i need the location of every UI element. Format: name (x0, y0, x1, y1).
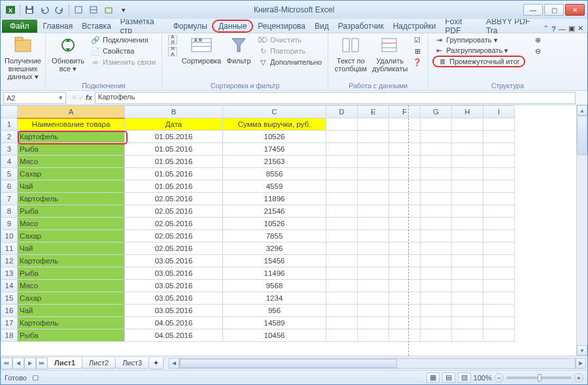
cell[interactable]: 21563 (223, 156, 326, 168)
cell[interactable] (389, 305, 421, 317)
sheet-nav-first-icon[interactable]: ⏮ (1, 358, 12, 369)
row-hdr[interactable]: 14 (1, 280, 18, 292)
row-hdr[interactable]: 13 (1, 267, 18, 280)
filter-button[interactable]: Фильтр (224, 35, 254, 65)
cell[interactable] (358, 292, 389, 305)
cell[interactable] (389, 317, 421, 329)
cell[interactable]: 4559 (223, 180, 326, 193)
col-hdr-E[interactable]: E (358, 106, 389, 118)
cell[interactable] (389, 255, 421, 267)
cell[interactable] (483, 230, 515, 243)
advanced-filter-button[interactable]: ▽Дополнительно (256, 57, 324, 67)
vertical-scrollbar[interactable]: ▲ ▼ (576, 105, 587, 356)
new-sheet-button[interactable]: ✦ (148, 358, 164, 369)
row-hdr[interactable]: 6 (1, 180, 18, 193)
cell[interactable]: 10526 (223, 131, 326, 143)
cell[interactable] (389, 168, 421, 180)
name-box[interactable]: A2▾ (3, 92, 66, 104)
cell[interactable] (358, 243, 389, 255)
cell[interactable]: 8556 (223, 168, 326, 180)
cell[interactable] (483, 255, 515, 267)
doc-restore-icon[interactable]: ▣ (568, 24, 575, 33)
cell[interactable] (452, 280, 483, 292)
macro-record-icon[interactable]: ▢ (32, 373, 39, 382)
scroll-up-icon[interactable]: ▲ (577, 105, 587, 116)
sheet-nav-prev-icon[interactable]: ◀ (12, 358, 24, 369)
sheet-tab[interactable]: Лист1 (47, 358, 82, 369)
undo-icon[interactable] (37, 3, 52, 17)
cell[interactable]: Чай (18, 243, 125, 255)
cell[interactable]: Мясо (18, 280, 125, 292)
cell[interactable] (389, 280, 421, 292)
cell[interactable]: 02.05.2016 (125, 193, 223, 205)
select-all-corner[interactable] (1, 106, 18, 118)
cell[interactable] (358, 168, 389, 180)
cell[interactable] (389, 156, 421, 168)
scroll-left-icon[interactable]: ◀ (169, 358, 179, 369)
edit-links-button[interactable]: ∞Изменить связи (89, 57, 158, 67)
cell[interactable] (452, 180, 483, 193)
cell[interactable] (389, 205, 421, 218)
row-hdr[interactable]: 15 (1, 292, 18, 305)
cell[interactable]: 01.05.2016 (125, 180, 223, 193)
scroll-down-icon[interactable]: ▼ (577, 345, 587, 356)
cell[interactable] (452, 168, 483, 180)
cell[interactable] (421, 180, 452, 193)
row-hdr[interactable]: 17 (1, 317, 18, 329)
cell[interactable] (452, 255, 483, 267)
cell[interactable] (326, 280, 358, 292)
cell[interactable] (358, 205, 389, 218)
properties-button[interactable]: 📄Свойства (89, 46, 158, 56)
tab-view[interactable]: Вид (310, 20, 334, 33)
row-hdr[interactable]: 3 (1, 143, 18, 156)
whatif-button[interactable]: ❓ (411, 57, 424, 67)
cell[interactable] (452, 156, 483, 168)
cell[interactable]: Сахар (18, 292, 125, 305)
sort-za-button[interactable]: ЯА (166, 46, 179, 57)
doc-close-icon[interactable]: ✕ (578, 24, 583, 33)
group-button[interactable]: ⇥Группировать ▾ (432, 35, 525, 45)
cell[interactable]: 17456 (223, 143, 326, 156)
tab-file[interactable]: Файл (2, 20, 37, 33)
cell[interactable]: Картофель (18, 193, 125, 205)
cell[interactable]: 14589 (223, 317, 326, 329)
view-normal-icon[interactable]: ▦ (426, 373, 440, 383)
help-icon[interactable]: ? (551, 25, 556, 33)
cell[interactable] (389, 230, 421, 243)
reapply-button[interactable]: ↻Повторить (256, 46, 324, 56)
tab-developer[interactable]: Разработчик (334, 20, 389, 33)
cell[interactable] (452, 305, 483, 317)
cell[interactable] (421, 156, 452, 168)
cell[interactable] (326, 267, 358, 280)
sort-button[interactable]: А Я Сортировка (182, 35, 221, 65)
clear-filter-button[interactable]: ⌦Очистить (256, 35, 324, 45)
horizontal-scrollbar[interactable]: ◀ ▶ (169, 358, 586, 369)
cell[interactable] (421, 280, 452, 292)
tab-addins[interactable]: Надстройки (389, 20, 441, 33)
cell[interactable]: Рыба (18, 267, 125, 280)
excel-icon[interactable]: X (3, 3, 18, 17)
col-hdr-B[interactable]: B (125, 106, 223, 118)
col-hdr-C[interactable]: C (223, 106, 326, 118)
cell[interactable]: 21546 (223, 205, 326, 218)
cell[interactable]: Картофель (18, 255, 125, 267)
cell[interactable] (358, 193, 389, 205)
cell[interactable]: 03.05.2016 (125, 267, 223, 280)
tab-data[interactable]: Данные (212, 20, 253, 33)
cell[interactable]: 02.05.2016 (125, 205, 223, 218)
cell[interactable] (452, 292, 483, 305)
cancel-formula-icon[interactable]: ✕ (71, 93, 77, 102)
cell[interactable]: Мясо (18, 218, 125, 230)
cell[interactable] (326, 292, 358, 305)
cell[interactable]: Рыба (18, 329, 125, 342)
cell[interactable] (483, 267, 515, 280)
cell[interactable] (358, 305, 389, 317)
cell[interactable] (326, 230, 358, 243)
minimize-button[interactable]: — (523, 4, 543, 16)
redo-icon[interactable] (52, 3, 67, 17)
cell[interactable]: 02.05.2016 (125, 243, 223, 255)
ribbon-minimize-icon[interactable]: ⌃ (543, 24, 549, 33)
zoom-slider[interactable] (506, 377, 572, 379)
text-to-columns-button[interactable]: Текст по столбцам (332, 35, 369, 73)
cell[interactable]: 11496 (223, 267, 326, 280)
